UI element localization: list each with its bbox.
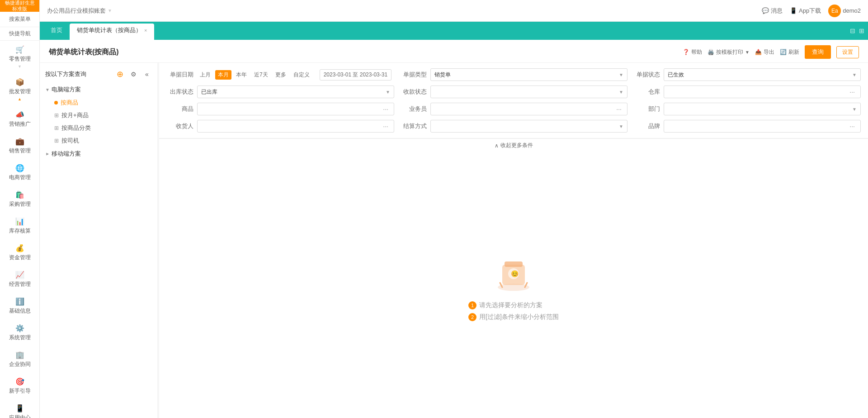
brand-label: 品牌 <box>633 122 660 130</box>
tab-sales-stats[interactable]: 销货单统计表（按商品） × <box>70 24 154 40</box>
filter-form: 单据日期 上月 本月 本年 近7天 更多 自定义 2023-03-01 至 20… <box>159 63 868 138</box>
doc-status-select[interactable]: 已生效 ▼ <box>664 68 861 81</box>
help-button[interactable]: ❓ 帮助 <box>683 48 702 56</box>
date-tab-this-year[interactable]: 本年 <box>233 70 250 80</box>
payment-chevron: ▼ <box>619 124 623 129</box>
recipient-dots[interactable]: ··· <box>381 123 390 130</box>
expand-icon[interactable]: ⊞ <box>859 27 864 34</box>
sidebar-item-basic[interactable]: ℹ️ 基础信息 <box>0 293 39 319</box>
appcenter-label: 应用中心 <box>9 414 31 418</box>
username: demo2 <box>843 7 861 14</box>
system-icon: ⚙️ <box>15 324 24 332</box>
table-icon-2: ⊞ <box>54 125 59 131</box>
refresh-button[interactable]: 🔄 刷新 <box>780 48 799 56</box>
export-button[interactable]: 📤 导出 <box>755 48 774 56</box>
salesperson-input[interactable]: ··· <box>430 103 627 115</box>
sidebar-item-operation[interactable]: 📈 经营管理 <box>0 266 39 293</box>
purchase-label: 采购管理 <box>9 200 31 208</box>
sidebar-item-marketing[interactable]: 📣 营销推广 <box>0 106 39 133</box>
enterprise-label: 企业协同 <box>9 361 31 368</box>
minimize-icon[interactable]: ⊟ <box>850 27 855 34</box>
basic-label: 基础信息 <box>9 307 31 315</box>
brand-dots[interactable]: ··· <box>848 123 857 130</box>
table-icon-1: ⊞ <box>54 112 59 119</box>
message-button[interactable]: 💬 消息 <box>762 7 783 15</box>
warehouse-dots[interactable]: ··· <box>848 88 857 95</box>
message-label: 消息 <box>771 7 783 15</box>
out-status-select[interactable]: 已出库 ▼ <box>197 86 394 98</box>
print-button[interactable]: 🖨️ 按模板打印 ▼ <box>708 48 750 56</box>
dept-select[interactable]: ▼ <box>664 103 861 115</box>
user-profile[interactable]: Ea demo2 <box>828 5 861 17</box>
wholesale-label: 批发管理 <box>9 88 31 95</box>
collapse-bar[interactable]: ∧ 收起更多条件 <box>159 138 868 152</box>
sidebar-search[interactable]: 搜索菜单 <box>0 12 39 27</box>
settings-scheme-button[interactable]: ⚙ <box>128 69 138 79</box>
filter-panel-header: 按以下方案查询 ⊕ ⚙ « <box>40 67 157 83</box>
collapse-icon: « <box>145 71 149 78</box>
collapse-up-icon: ∧ <box>495 142 499 149</box>
warehouse-input[interactable]: ··· <box>664 86 861 98</box>
out-status-chevron: ▼ <box>386 90 390 95</box>
download-icon: 📱 <box>790 7 797 14</box>
product-input[interactable]: ··· <box>197 103 394 115</box>
add-scheme-button[interactable]: ⊕ <box>115 69 125 79</box>
date-tab-custom[interactable]: 自定义 <box>291 70 312 80</box>
product-dots[interactable]: ··· <box>381 105 390 113</box>
brand-input[interactable]: ··· <box>664 120 861 133</box>
date-tab-this-month[interactable]: 本月 <box>215 70 231 80</box>
recipient-input[interactable]: ··· <box>197 120 394 133</box>
sidebar-logo[interactable]: 畅捷通好生意 标准版 <box>0 0 39 12</box>
receipt-status-label: 收款状态 <box>400 88 427 96</box>
retail-arrow: ▼ <box>18 64 22 69</box>
sidebar-item-finance[interactable]: 💰 资金管理 <box>0 239 39 266</box>
app-download-button[interactable]: 📱 App下载 <box>790 7 821 15</box>
scheme-item-by-product[interactable]: 按商品 <box>43 96 154 109</box>
sidebar-item-inventory[interactable]: 📊 库存核算 <box>0 213 39 239</box>
desktop-group-header[interactable]: ▼ 电脑端方案 <box>43 83 154 96</box>
sidebar-quick-nav[interactable]: 快捷导航 <box>0 27 39 41</box>
collapse-panel-button[interactable]: « <box>142 69 152 79</box>
sidebar-item-retail[interactable]: 🛒 零售管理 ▼ <box>0 41 39 73</box>
sidebar-item-appcenter[interactable]: 📱 应用中心 <box>0 399 39 418</box>
inventory-icon: 📊 <box>15 217 24 226</box>
query-button[interactable]: 查询 <box>805 45 831 59</box>
date-tab-7days[interactable]: 近7天 <box>251 70 271 80</box>
scheme-item-by-category[interactable]: ⊞ 按商品分类 <box>43 122 154 134</box>
date-tab-more[interactable]: 更多 <box>273 70 289 80</box>
sidebar-item-system[interactable]: ⚙️ 系统管理 <box>0 319 39 346</box>
page-header: 销货单统计表(按商品) ❓ 帮助 🖨️ 按模板打印 ▼ 📤 导出 🔄 刷新 <box>40 40 868 63</box>
newbie-label: 新手引导 <box>9 387 31 395</box>
receipt-status-select[interactable]: ▼ <box>430 86 627 98</box>
mobile-group-header[interactable]: ▼ 移动端方案 <box>43 147 154 161</box>
print-label: 按模板打印 <box>716 48 743 56</box>
ecommerce-label: 电商管理 <box>9 174 31 181</box>
date-tab-last-month[interactable]: 上月 <box>197 70 213 80</box>
settings-button[interactable]: 设置 <box>836 46 859 58</box>
sidebar-item-purchase[interactable]: 🛍️ 采购管理 <box>0 186 39 213</box>
sales-icon: 💼 <box>15 137 24 146</box>
account-dropdown[interactable]: 办公用品行业模拟账套 ▼ <box>47 7 112 15</box>
scheme-item-by-month-product[interactable]: ⊞ 按月+商品 <box>43 109 154 122</box>
system-label: 系统管理 <box>9 334 31 342</box>
warehouse-label: 仓库 <box>633 88 660 96</box>
doc-type-select[interactable]: 销货单 ▼ <box>430 68 627 81</box>
finance-icon: 💰 <box>15 244 24 252</box>
close-tab-icon[interactable]: × <box>144 28 147 33</box>
dept-chevron: ▼ <box>852 107 857 112</box>
sidebar-item-newbie[interactable]: 🎯 新手引导 <box>0 373 39 399</box>
date-range-display[interactable]: 2023-03-01 至 2023-03-31 <box>320 69 392 81</box>
payment-select[interactable]: ▼ <box>430 120 627 133</box>
sidebar: 畅捷通好生意 标准版 搜索菜单 快捷导航 🛒 零售管理 ▼ 📦 批发管理 ▲ 📣… <box>0 0 40 418</box>
collapse-label: 收起更多条件 <box>500 142 533 149</box>
scheme-item-by-cashier[interactable]: ⊞ 按司机 <box>43 134 154 147</box>
tab-home[interactable]: 首页 <box>43 22 70 40</box>
sidebar-item-wholesale[interactable]: 📦 批发管理 ▲ <box>0 73 39 106</box>
sidebar-item-ecommerce[interactable]: 🌐 电商管理 <box>0 159 39 186</box>
operation-label: 经营管理 <box>9 280 31 288</box>
sidebar-item-enterprise[interactable]: 🏢 企业协同 <box>0 346 39 373</box>
sidebar-item-sales[interactable]: 💼 销售管理 <box>0 133 39 159</box>
avatar: Ea <box>828 5 841 17</box>
salesperson-dots[interactable]: ··· <box>614 105 623 113</box>
filter-row-2: 出库状态 已出库 ▼ 收款状态 ▼ <box>166 86 861 98</box>
